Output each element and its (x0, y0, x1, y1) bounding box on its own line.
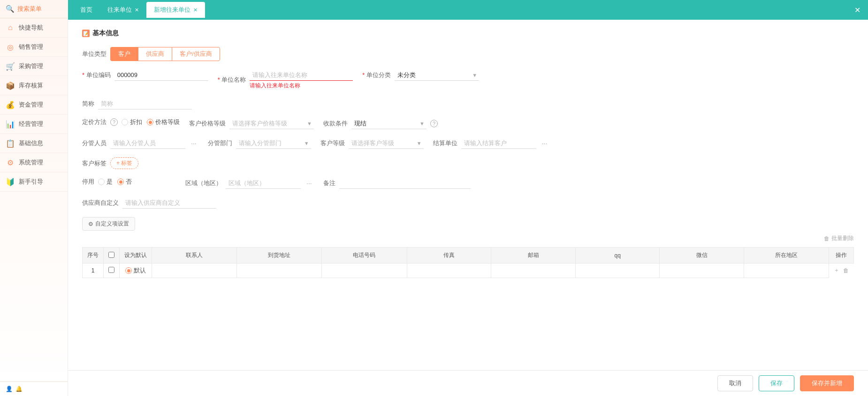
row-default[interactable]: 默认 (120, 264, 152, 278)
wechat-input[interactable] (664, 267, 739, 274)
sidebar-item-basic-info[interactable]: 📋 基础信息 (0, 134, 68, 153)
section-icon: 📝 (82, 30, 90, 37)
department-select[interactable] (236, 138, 311, 149)
row-fax[interactable] (407, 264, 491, 278)
code-name-category-row: 单位编码 单位名称 请输入往来单位名称 单位分类 ▼ (82, 70, 854, 90)
disabled-no-option[interactable]: 否 (117, 178, 132, 186)
row-checkbox[interactable] (104, 264, 120, 278)
row-email[interactable] (491, 264, 576, 278)
unit-category-select[interactable] (395, 70, 479, 81)
manager-more-icon[interactable]: ··· (189, 140, 198, 147)
region-input[interactable] (226, 178, 301, 189)
section-header: 📝 基本信息 (82, 29, 854, 38)
btn-supplier[interactable]: 供应商 (138, 47, 172, 61)
btn-customer[interactable]: 客户 (110, 47, 138, 61)
email-input[interactable] (496, 267, 571, 274)
settlement-unit-input[interactable] (461, 138, 536, 149)
pricing-help-icon[interactable]: ? (110, 118, 118, 126)
col-email: 邮箱 (491, 248, 576, 264)
sidebar-item-finance[interactable]: 💰 资金管理 (0, 95, 68, 115)
search-icon: 🔍 (6, 5, 15, 13)
customer-level-select[interactable] (349, 138, 424, 149)
row-select-checkbox[interactable] (108, 267, 114, 273)
sidebar-item-quick-nav[interactable]: ⌂ 快捷导航 (0, 18, 68, 38)
unit-category-label: 单位分类 (362, 71, 391, 79)
row-ops: ＋ 🗑 (829, 264, 853, 277)
tab-contacts[interactable]: 往来单位 ✕ (100, 2, 146, 18)
pricing-method-group: 定价方法 ? 折扣 价格等级 (82, 118, 180, 126)
tab-home[interactable]: 首页 (73, 2, 100, 18)
notification-icon: 🔔 (15, 386, 23, 392)
main-area: 首页 往来单位 ✕ 新增往来单位 ✕ ✕ 📝 基本信息 单位类型 客户 供应商 … (68, 0, 868, 396)
sidebar-bottom: 👤 🔔 (0, 381, 68, 396)
unit-code-input[interactable] (114, 70, 208, 81)
batch-delete-label[interactable]: 批量删除 (831, 234, 854, 242)
tab-new-contact[interactable]: 新增往来单位 ✕ (146, 2, 205, 18)
sidebar-item-sales[interactable]: ◎ 销售管理 (0, 38, 68, 57)
address-input[interactable] (242, 267, 317, 274)
save-button[interactable]: 保存 (759, 375, 794, 391)
unit-name-input-wrap: 请输入往来单位名称 (250, 70, 353, 90)
default-radio[interactable] (125, 267, 132, 274)
customer-price-level-group: 客户价格等级 ▼ (189, 118, 314, 129)
disabled-no-radio[interactable] (117, 179, 124, 185)
disabled-yes-option[interactable]: 是 (98, 178, 113, 186)
pricing-discount-option[interactable]: 折扣 (122, 118, 142, 126)
default-radio-label[interactable]: 默认 (124, 266, 147, 275)
close-new-contact-tab-icon[interactable]: ✕ (193, 7, 198, 13)
pricing-row: 定价方法 ? 折扣 价格等级 客户价格等级 ▼ (82, 118, 854, 129)
sidebar-item-inventory[interactable]: 📦 库存核算 (0, 76, 68, 95)
col-default: 设为默认 (120, 248, 152, 264)
custom-settings-button[interactable]: ⚙ 自定义项设置 (82, 217, 135, 231)
settlement-unit-more-icon[interactable]: ··· (540, 140, 549, 147)
add-tag-button[interactable]: + 标签 (110, 157, 138, 169)
row-wechat[interactable] (660, 264, 744, 278)
pricing-level-option[interactable]: 价格等级 (147, 118, 180, 126)
unit-type-group-container: 单位类型 客户 供应商 客户/供应商 (82, 47, 220, 61)
row-qq[interactable] (576, 264, 660, 278)
customer-price-level-select[interactable] (229, 118, 314, 129)
fax-input[interactable] (412, 267, 487, 274)
select-all-checkbox[interactable] (108, 252, 114, 258)
remark-input[interactable] (339, 178, 471, 189)
disabled-yes-radio[interactable] (98, 179, 105, 185)
close-window-icon[interactable]: ✕ (852, 6, 863, 15)
delete-row-icon[interactable]: 🗑 (843, 267, 849, 274)
row-region-input[interactable] (749, 267, 824, 274)
manager-input[interactable] (110, 138, 185, 149)
pricing-discount-radio[interactable] (122, 119, 128, 125)
row-address[interactable] (236, 264, 321, 278)
sidebar-item-guide[interactable]: 🔰 新手引导 (0, 172, 68, 192)
contact-input[interactable] (157, 267, 232, 274)
customer-price-level-select-wrap: ▼ (229, 118, 314, 129)
sidebar-item-operations[interactable]: 📊 经营管理 (0, 115, 68, 134)
unit-code-group: 单位编码 (82, 70, 208, 81)
search-menu-item[interactable]: 🔍 搜索菜单 (0, 0, 68, 18)
supplier-custom-input[interactable] (122, 197, 216, 209)
payment-terms-select[interactable] (351, 118, 426, 129)
unit-name-input[interactable] (250, 70, 353, 81)
phone-input[interactable] (327, 267, 402, 274)
save-add-button[interactable]: 保存并新增 (800, 375, 854, 391)
qq-input[interactable] (580, 267, 655, 274)
pricing-level-radio[interactable] (147, 119, 153, 125)
close-contacts-tab-icon[interactable]: ✕ (135, 7, 139, 13)
short-name-input[interactable] (98, 98, 192, 109)
row-phone[interactable] (322, 264, 407, 278)
col-checkbox-all[interactable] (104, 248, 120, 264)
col-region: 所在地区 (744, 248, 829, 264)
payment-terms-help-icon[interactable]: ? (430, 120, 438, 127)
department-select-wrap: ▼ (236, 138, 311, 149)
home-icon: ⌂ (6, 23, 15, 32)
col-contact: 联系人 (152, 248, 237, 264)
region-more-icon[interactable]: ··· (305, 179, 314, 187)
sidebar-item-system[interactable]: ⚙ 系统管理 (0, 153, 68, 172)
sidebar-item-purchase[interactable]: 🛒 采购管理 (0, 57, 68, 76)
row-contact[interactable] (152, 264, 237, 278)
unit-type-label: 单位类型 (82, 50, 107, 58)
cancel-button[interactable]: 取消 (717, 375, 753, 391)
row-region[interactable] (744, 264, 829, 278)
btn-both[interactable]: 客户/供应商 (172, 47, 220, 61)
contacts-table: 序号 设为默认 联系人 到货地址 电话号码 传真 邮箱 qq 微信 所在地区 操… (82, 247, 854, 278)
add-row-icon[interactable]: ＋ (834, 266, 839, 274)
